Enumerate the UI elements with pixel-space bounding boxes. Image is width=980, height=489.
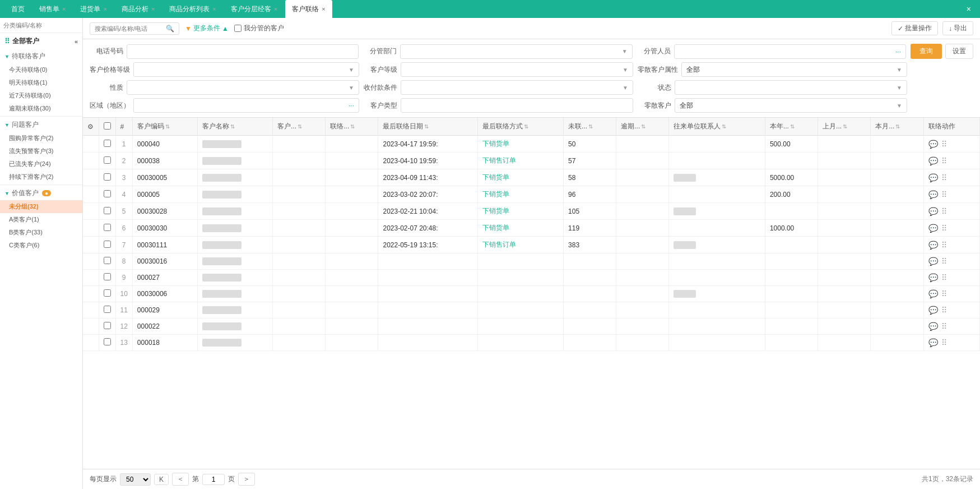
grid-action-icon[interactable]: ⠿ xyxy=(941,257,947,266)
nature-select[interactable]: ▼ xyxy=(127,80,359,95)
row-checkbox[interactable] xyxy=(104,140,111,147)
select-all-checkbox[interactable] xyxy=(104,122,111,130)
my-customers-checkbox[interactable]: 我分管的客户 xyxy=(234,24,284,33)
chat-action-icon[interactable]: 💬 xyxy=(928,338,938,347)
grid-action-icon[interactable]: ⠿ xyxy=(941,289,947,298)
my-customers-check[interactable] xyxy=(234,25,241,32)
retail-customer-select[interactable]: 全部▼ xyxy=(675,98,907,113)
page-number-input[interactable] xyxy=(202,474,225,485)
customer-level-select[interactable]: ▼ xyxy=(401,62,633,77)
sidebar-item-overdue-pending[interactable]: 逾期未联络(30) xyxy=(0,102,82,115)
price-level-select[interactable]: ▼ xyxy=(133,62,359,77)
close-purchase-tab[interactable]: × xyxy=(103,0,106,18)
row-checkbox[interactable] xyxy=(104,190,111,197)
payment-select[interactable]: ▼ xyxy=(401,80,633,95)
contact-way-link[interactable]: 下销货单 xyxy=(482,207,509,215)
grid-action-icon[interactable]: ⠿ xyxy=(941,224,947,233)
sidebar-item-unclassified[interactable]: 未分组(32) xyxy=(0,200,82,213)
close-customer-segment-tab[interactable]: × xyxy=(274,0,277,18)
chat-action-icon[interactable]: 💬 xyxy=(928,224,938,233)
grid-action-icon[interactable]: ⠿ xyxy=(941,241,947,250)
sidebar-item-abnormal[interactable]: 囤购异常客户(2) xyxy=(0,132,82,145)
chat-action-icon[interactable]: 💬 xyxy=(928,173,938,182)
tab-sales[interactable]: 销售单 × xyxy=(32,0,72,18)
chat-action-icon[interactable]: 💬 xyxy=(928,156,938,165)
next-page-button[interactable]: ＞ xyxy=(238,473,255,486)
col-no-contact[interactable]: 未联...⇅ xyxy=(564,118,616,136)
first-page-button[interactable]: K xyxy=(154,474,169,485)
contact-way-link[interactable]: 下销货单 xyxy=(482,190,509,198)
grid-action-icon[interactable]: ⠿ xyxy=(941,306,947,315)
row-checkbox[interactable] xyxy=(104,241,111,248)
col-this-year[interactable]: 本年...⇅ xyxy=(765,118,818,136)
row-checkbox[interactable] xyxy=(104,273,111,280)
chat-action-icon[interactable]: 💬 xyxy=(928,257,938,266)
grid-action-icon[interactable]: ⠿ xyxy=(941,190,947,199)
contact-way-link[interactable]: 下销货单 xyxy=(482,140,509,147)
sidebar-item-class-b[interactable]: B类客户(33) xyxy=(0,226,82,239)
retail-attr-select[interactable]: 全部▼ xyxy=(681,62,907,77)
col-type[interactable]: 客户...⇅ xyxy=(273,118,326,136)
row-checkbox[interactable] xyxy=(104,306,111,313)
col-contact[interactable]: 联络...⇅ xyxy=(326,118,378,136)
col-last-way[interactable]: 最后联络方式⇅ xyxy=(478,118,564,136)
query-button[interactable]: 查询 xyxy=(911,44,942,59)
tab-product-analysis[interactable]: 商品分析 × xyxy=(115,0,161,18)
batch-op-button[interactable]: ✓ 批量操作 xyxy=(891,21,938,35)
contact-way-link[interactable]: 下销售订单 xyxy=(482,156,516,164)
tab-purchase[interactable]: 进货单 × xyxy=(73,0,113,18)
grid-action-icon[interactable]: ⠿ xyxy=(941,140,947,149)
row-checkbox[interactable] xyxy=(104,156,111,164)
row-checkbox[interactable] xyxy=(104,257,111,264)
tab-customer-segment[interactable]: 客户分层经客 × xyxy=(224,0,284,18)
page-size-select[interactable]: 50 100 200 xyxy=(120,473,151,486)
col-last-month[interactable]: 上月...⇅ xyxy=(818,118,871,136)
close-sales-tab[interactable]: × xyxy=(62,0,66,18)
chat-action-icon[interactable]: 💬 xyxy=(928,207,938,216)
grid-action-icon[interactable]: ⠿ xyxy=(941,207,947,216)
collapse-sidebar-icon[interactable]: « xyxy=(75,38,78,45)
chat-action-icon[interactable]: 💬 xyxy=(928,322,938,331)
chat-action-icon[interactable]: 💬 xyxy=(928,289,938,298)
chat-action-icon[interactable]: 💬 xyxy=(928,190,938,199)
status-select[interactable]: ▼ xyxy=(675,80,907,95)
tab-product-analysis-list[interactable]: 商品分析列表 × xyxy=(162,0,222,18)
grid-action-icon[interactable]: ⠿ xyxy=(941,338,947,347)
contact-way-link[interactable]: 下销货单 xyxy=(482,173,509,181)
customer-type-input[interactable] xyxy=(401,98,633,113)
all-customers-header[interactable]: ⠿ 全部客户 « xyxy=(0,33,82,49)
sidebar-item-churned[interactable]: 已流失客户(24) xyxy=(0,158,82,170)
region-dots[interactable]: ··· xyxy=(133,98,359,113)
chat-action-icon[interactable]: 💬 xyxy=(928,273,938,282)
window-close-button[interactable]: × xyxy=(962,4,976,13)
tab-customer-contact[interactable]: 客户联络 × xyxy=(285,0,332,18)
sidebar-item-tomorrow-pending[interactable]: 明天待联络(1) xyxy=(0,76,82,89)
close-product-analysis-list-tab[interactable]: × xyxy=(212,0,216,18)
search-input[interactable] xyxy=(95,25,164,32)
sidebar-item-today-pending[interactable]: 今天待联络(0) xyxy=(0,63,82,76)
row-checkbox[interactable] xyxy=(104,338,111,345)
grid-action-icon[interactable]: ⠿ xyxy=(941,322,947,331)
sidebar-item-churn-warning[interactable]: 流失预警客户(3) xyxy=(0,145,82,158)
dept-select[interactable]: ▼ xyxy=(400,44,632,59)
col-company-contact[interactable]: 往来单位联系人⇅ xyxy=(669,118,765,136)
export-button[interactable]: ↓ 导出 xyxy=(942,21,973,35)
row-checkbox[interactable] xyxy=(104,322,111,329)
col-code[interactable]: 客户编码⇅ xyxy=(132,118,197,136)
contact-way-link[interactable]: 下销售订单 xyxy=(482,241,516,248)
grid-action-icon[interactable]: ⠿ xyxy=(941,156,947,165)
chat-action-icon[interactable]: 💬 xyxy=(928,140,938,149)
row-checkbox[interactable] xyxy=(104,289,111,297)
sidebar-item-declining[interactable]: 持续下滑客户(2) xyxy=(0,170,82,183)
prev-page-button[interactable]: ＜ xyxy=(172,473,189,486)
manager-dots[interactable]: ··· xyxy=(674,44,906,59)
col-overdue[interactable]: 逾期...⇅ xyxy=(616,118,669,136)
reset-button[interactable]: 设置 xyxy=(945,44,973,59)
sidebar-item-class-c[interactable]: C类客户(6) xyxy=(0,239,82,252)
phone-input[interactable] xyxy=(127,44,359,59)
row-checkbox[interactable] xyxy=(104,207,111,214)
col-this-month[interactable]: 本月...⇅ xyxy=(871,118,923,136)
chat-action-icon[interactable]: 💬 xyxy=(928,306,938,315)
tab-home[interactable]: 首页 xyxy=(4,0,31,18)
more-conditions-button[interactable]: ▼ 更多条件 ▲ xyxy=(185,24,229,33)
